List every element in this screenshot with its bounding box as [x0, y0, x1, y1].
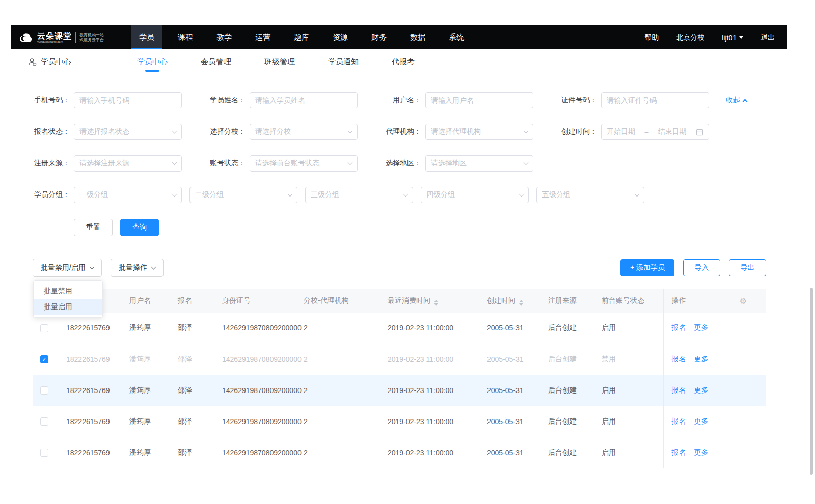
nav-item-question-bank[interactable]: 题库: [286, 25, 317, 49]
agency-select[interactable]: 请选择代理机构: [425, 124, 533, 140]
toolbar-right: + 添加学员 导入 导出: [620, 259, 766, 276]
search-button[interactable]: 查询: [120, 219, 159, 236]
top-navbar: 云朵课堂 yunduoketang.com 教育机构一站 式服务云平台 学员 课…: [11, 25, 787, 49]
enroll-status-select[interactable]: 请选择报名状态: [74, 124, 182, 140]
tab-student-notice[interactable]: 学员通知: [319, 49, 368, 74]
nav-item-data[interactable]: 数据: [402, 25, 433, 49]
username-input[interactable]: [431, 96, 528, 104]
sort-icon[interactable]: [519, 300, 523, 306]
add-student-button[interactable]: + 添加学员: [620, 259, 674, 276]
logo: 云朵课堂 yunduoketang.com 教育机构一站 式服务云平台: [11, 25, 127, 49]
chevron-down-icon: [151, 264, 156, 269]
tab-class-management[interactable]: 班级管理: [255, 49, 304, 74]
nav-item-operations[interactable]: 运营: [247, 25, 279, 49]
cell-created: 2005-05-31: [479, 313, 540, 344]
export-button[interactable]: 导出: [729, 259, 766, 276]
cell-idcard: 14262919870809200000: [214, 344, 295, 375]
idcard-input[interactable]: [607, 96, 703, 104]
logout-link[interactable]: 退出: [760, 33, 775, 42]
account-status-select[interactable]: 请选择前台账号状态: [250, 155, 358, 172]
menu-item-batch-enable[interactable]: 批量启用: [34, 299, 102, 315]
batch-operations-label: 批量操作: [119, 263, 147, 272]
school-label: 选择分校：: [187, 127, 246, 136]
tab-student-center[interactable]: 学员中心: [128, 49, 177, 74]
chevron-up-icon: [743, 99, 748, 104]
row-checkbox[interactable]: [40, 449, 48, 457]
table-row: 18222615769 潘筠厚 邵泽 14262919870809200000 …: [33, 313, 766, 344]
more-link[interactable]: 更多: [694, 448, 709, 456]
more-link[interactable]: 更多: [694, 323, 709, 331]
logo-tagline: 教育机构一站 式服务云平台: [79, 33, 104, 43]
nav-item-teaching[interactable]: 教学: [208, 25, 240, 49]
row-checkbox[interactable]: [40, 417, 48, 426]
register-source-placeholder: 请选择注册来源: [79, 159, 173, 168]
chevron-down-icon: [89, 264, 94, 269]
enroll-link[interactable]: 报名: [672, 417, 686, 425]
row-checkbox[interactable]: [40, 386, 48, 395]
group-level-1-placeholder: 一级分组: [79, 190, 173, 200]
nav-item-courses[interactable]: 课程: [170, 25, 201, 49]
enroll-link[interactable]: 报名: [672, 355, 686, 363]
student-name-input[interactable]: [255, 96, 352, 104]
row-checkbox[interactable]: [40, 324, 48, 332]
school-select[interactable]: 请选择分校: [250, 124, 358, 140]
date-range-picker[interactable]: 开始日期 – 结束日期: [601, 124, 709, 140]
created-time-label: 创建时间：: [538, 127, 597, 136]
user-menu[interactable]: lijt01: [722, 34, 743, 42]
user-name: lijt01: [722, 34, 737, 42]
cell-username: 潘筠厚: [121, 375, 170, 406]
import-button[interactable]: 导入: [683, 259, 720, 276]
section-title: 学员中心: [28, 57, 110, 67]
group-level-2-select[interactable]: 二级分组: [189, 187, 297, 203]
idcard-input-box: [601, 92, 709, 108]
help-link[interactable]: 帮助: [644, 33, 659, 42]
gear-icon[interactable]: ⚙: [740, 297, 747, 305]
cell-idcard: 14262919870809200000: [214, 313, 295, 344]
nav-item-system[interactable]: 系统: [441, 25, 472, 49]
enroll-link[interactable]: 报名: [672, 448, 686, 456]
batch-operations-dropdown[interactable]: 批量操作: [111, 259, 164, 277]
tab-proxy-exam[interactable]: 代报考: [383, 49, 424, 74]
more-link[interactable]: 更多: [694, 417, 709, 425]
tab-member-management[interactable]: 会员管理: [192, 49, 240, 74]
school-placeholder: 请选择分校: [255, 127, 348, 136]
app-window: 云朵课堂 yunduoketang.com 教育机构一站 式服务云平台 学员 课…: [11, 25, 787, 468]
username-input-box: [425, 92, 533, 108]
nav-item-finance[interactable]: 财务: [363, 25, 395, 49]
cell-phone: 18222615769: [56, 344, 121, 375]
filter-username: 用户名：: [363, 92, 538, 108]
enroll-link[interactable]: 报名: [672, 386, 686, 394]
sort-icon[interactable]: [434, 300, 438, 306]
register-source-select[interactable]: 请选择注册来源: [74, 155, 182, 172]
enroll-link[interactable]: 报名: [672, 323, 686, 331]
cell-username: 潘筠厚: [121, 406, 170, 437]
group-level-3-select[interactable]: 三级分组: [305, 187, 413, 203]
region-select[interactable]: 请选择地区: [425, 155, 533, 172]
sub-tabs: 学员中心 会员管理 班级管理 学员通知 代报考: [128, 49, 439, 74]
reset-button[interactable]: 重置: [74, 219, 113, 236]
more-link[interactable]: 更多: [694, 386, 709, 394]
menu-item-batch-disable[interactable]: 批量禁用: [34, 283, 102, 299]
cell-enroll: 邵泽: [170, 313, 214, 344]
group-level-4-select[interactable]: 四级分组: [421, 187, 529, 203]
nav-item-students[interactable]: 学员: [131, 25, 162, 49]
phone-input[interactable]: [79, 96, 176, 104]
group-level-1-select[interactable]: 一级分组: [74, 187, 182, 203]
group-level-2-placeholder: 二级分组: [195, 190, 288, 200]
cell-idcard: 14262919870809200000: [214, 437, 295, 468]
row-checkbox-checked[interactable]: ✓: [40, 355, 48, 363]
batch-disable-enable-dropdown[interactable]: 批量禁用/启用: [33, 259, 102, 277]
branch-link[interactable]: 北京分校: [676, 33, 704, 42]
table-row: 18222615769 潘筠厚 邵泽 14262919870809200000 …: [33, 406, 766, 437]
nav-item-resources[interactable]: 资源: [324, 25, 356, 49]
chevron-down-icon: [524, 128, 529, 133]
username-label: 用户名：: [363, 96, 421, 105]
cell-phone: 18222615769: [56, 406, 121, 437]
cell-source: 后台创建: [540, 344, 593, 375]
scrollbar[interactable]: [810, 288, 813, 475]
collapse-filters-link[interactable]: 收起: [726, 96, 747, 105]
more-link[interactable]: 更多: [694, 355, 709, 363]
group-level-5-select[interactable]: 五级分组: [536, 187, 644, 203]
chevron-down-icon: [172, 128, 177, 133]
chevron-down-icon: [635, 191, 640, 197]
